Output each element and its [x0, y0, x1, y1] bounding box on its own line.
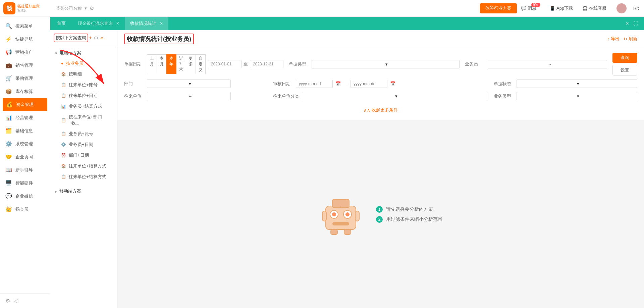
- sidebar-item-purchase[interactable]: 🛒 采购管理: [0, 72, 50, 85]
- sidebar-item-basic[interactable]: 🗂️ 基础信息: [0, 124, 50, 137]
- review-date-from[interactable]: [296, 80, 333, 88]
- voucher-type-arrow: ▾: [385, 62, 456, 67]
- salesperson-dropdown[interactable]: ···: [488, 60, 607, 68]
- tree-item-counterpart-settle1[interactable]: 🏠 往来单位+结算方式: [50, 161, 117, 171]
- tree-item-by-counterpart-dept[interactable]: 📋 按往来单位+部门+收...: [50, 112, 117, 129]
- dropdown-icon[interactable]: ▾: [85, 6, 87, 11]
- left-panel: 按以下方案查询 + ⚙ « ▾ 电脑端方案 ● 按业务员: [50, 30, 117, 308]
- sidebar-item-sales[interactable]: 💼 销售管理: [0, 59, 50, 72]
- business-type-dropdown[interactable]: ▾: [517, 92, 637, 100]
- search-area: 单据日期 上月 本月 本年 近7天 更多 自定义 至: [117, 48, 644, 121]
- tree-item-counterpart-date[interactable]: 📋 往来单位+日期: [50, 90, 117, 101]
- date-tab-more[interactable]: 更多: [186, 54, 196, 74]
- tree-item-salesperson-date[interactable]: ⚙️ 业务员+日期: [50, 139, 117, 150]
- tree-item-salesperson-account[interactable]: 📋 业务员+账号: [50, 129, 117, 139]
- panel-title: 按以下方案查询: [56, 35, 86, 40]
- tree-item-counterpart-account[interactable]: 📋 往来单位+账号: [50, 80, 117, 90]
- date-range: 至: [208, 60, 283, 68]
- avatar[interactable]: [616, 3, 627, 13]
- collapse-button[interactable]: ∧∧ 收起更多条件: [124, 104, 637, 116]
- date-from-input[interactable]: [208, 60, 241, 68]
- query-button[interactable]: 查询: [612, 53, 637, 63]
- settings-footer-icon[interactable]: ⚙: [5, 298, 10, 304]
- tip-item-2: 2 用过滤条件来缩小分析范围: [376, 216, 442, 223]
- sidebar-item-enterprise[interactable]: 🤝 企业协同: [0, 150, 50, 163]
- calendar-from-icon[interactable]: 📅: [335, 81, 341, 86]
- calendar-to-icon[interactable]: 📅: [390, 81, 395, 86]
- sidebar-item-quick-nav[interactable]: ⚡ 快捷导航: [0, 33, 50, 46]
- tab-bank-flow[interactable]: 现金银行流水查询 ✕: [72, 17, 125, 30]
- tab-fullscreen-btn[interactable]: ⛶: [631, 21, 640, 26]
- sidebar-item-guide[interactable]: 📖 新手引导: [0, 163, 50, 176]
- date-to-input[interactable]: [250, 60, 283, 68]
- sidebar-item-finance[interactable]: 💰 资金管理: [3, 98, 47, 111]
- voucher-status-field: 单据状态 ▾: [494, 80, 637, 88]
- date-tab-custom[interactable]: 自定义: [196, 54, 206, 74]
- export-btn[interactable]: ↑ 导出: [607, 36, 620, 42]
- settings-icon[interactable]: ⚙: [90, 5, 94, 11]
- dept-field: 部门 ▾: [124, 80, 268, 88]
- tree-item-by-salesperson[interactable]: ● 按业务员: [50, 58, 117, 69]
- tab-collection-close[interactable]: ✕: [160, 21, 163, 26]
- tree-item-counterpart-settle2[interactable]: 📋 往来单位+结算方式: [50, 171, 117, 182]
- search-row-2: 部门 ▾ 审核日期 📅 —: [124, 80, 637, 88]
- sidebar-item-member[interactable]: 👑 畅会员: [0, 203, 50, 216]
- date-tab-last-month[interactable]: 上月: [147, 54, 157, 74]
- voucher-status-dropdown[interactable]: ▾: [517, 80, 637, 88]
- trial-button[interactable]: 体验行业方案: [480, 3, 517, 13]
- sidebar-item-search-menu[interactable]: 🔍 搜索菜单: [0, 19, 50, 33]
- sidebar-item-smart[interactable]: 🖥️ 智能硬件: [0, 176, 50, 190]
- sidebar-label-basic: 基础信息: [15, 128, 33, 134]
- tree-item-label-salesperson: 按业务员: [66, 60, 84, 66]
- top-header: 某某公司名称 ▾ ⚙ 体验行业方案 💬 消息 99+ 📱 App下载 🎧 在线客…: [50, 0, 644, 17]
- tree-item-label-counterpart-dept: 按往来单位+部门+收...: [69, 114, 112, 126]
- tree-item-salesperson-settle[interactable]: 📊 业务员+结算方式: [50, 101, 117, 112]
- sidebar-item-inventory[interactable]: 📦 库存核算: [0, 85, 50, 98]
- date-tab-this-month[interactable]: 本月: [157, 54, 167, 74]
- sidebar: 畅 畅捷通好生意 标准版 🔍 搜索菜单 ⚡ 快捷导航 📢 营销推广 💼 销: [0, 0, 50, 308]
- salesperson-account-icon: 📋: [61, 132, 66, 136]
- voucher-type-dropdown[interactable]: ▾: [312, 60, 460, 68]
- tab-bank-flow-close[interactable]: ✕: [116, 21, 119, 26]
- logo-icon: 畅: [3, 2, 15, 14]
- review-date-to[interactable]: [351, 80, 387, 88]
- online-service-btn[interactable]: 🎧 在线客服: [582, 5, 606, 11]
- wechat-icon: 💬: [5, 193, 12, 199]
- panel-add-btn[interactable]: +: [89, 35, 92, 41]
- sidebar-item-wechat[interactable]: 💬 企业微信: [0, 190, 50, 203]
- app-download-btn[interactable]: 📱 App下载: [550, 5, 573, 11]
- counterpart-dropdown[interactable]: ···: [147, 92, 231, 100]
- tab-home[interactable]: 首页: [50, 17, 72, 30]
- panel-settings-btn[interactable]: ⚙: [94, 35, 98, 41]
- voucher-status-label: 单据状态: [494, 81, 514, 87]
- desktop-group-header[interactable]: ▾ 电脑端方案: [50, 48, 117, 58]
- set-button[interactable]: 设置: [612, 65, 637, 75]
- sidebar-item-operation[interactable]: 📊 经营管理: [0, 111, 50, 124]
- sidebar-item-system[interactable]: ⚙️ 系统管理: [0, 137, 50, 150]
- dept-dropdown[interactable]: ▾: [147, 80, 231, 88]
- mobile-group-header[interactable]: ▸ 移动端方案: [50, 186, 117, 196]
- date-tab-this-year[interactable]: 本年: [166, 54, 176, 74]
- salesperson-date-icon: ⚙️: [61, 142, 66, 147]
- refresh-btn[interactable]: ↻ 刷新: [624, 36, 637, 42]
- counterpart-category-label: 往来单位分类: [273, 93, 299, 99]
- salesperson-arrow: ···: [547, 62, 604, 67]
- app-download-label: App下载: [556, 5, 573, 11]
- salesperson-settle-icon: 📊: [61, 104, 66, 109]
- tree-item-detail[interactable]: 🏠 按明细: [50, 69, 117, 80]
- messages-btn[interactable]: 💬 消息 99+: [521, 5, 536, 11]
- tree-item-label-counterpart-settle1: 往来单位+结算方式: [69, 163, 106, 169]
- sidebar-label-inventory: 库存核算: [15, 89, 33, 95]
- expand-footer-icon[interactable]: ◁: [14, 298, 18, 304]
- sidebar-item-marketing[interactable]: 📢 营销推广: [0, 46, 50, 59]
- panel-collapse-btn[interactable]: «: [100, 35, 103, 41]
- smart-icon: 🖥️: [5, 180, 12, 186]
- tree-item-label-detail: 按明细: [69, 71, 82, 77]
- voucher-type-field: 单据类型 ▾: [289, 60, 460, 68]
- counterpart-category-dropdown[interactable]: ▾: [302, 92, 488, 100]
- tree-item-dept-date[interactable]: ⏰ 部门+日期: [50, 150, 117, 161]
- tab-collection-stat[interactable]: 收款情况统计 ✕: [125, 17, 168, 30]
- counterpart-label: 往来单位: [124, 93, 144, 99]
- date-tab-7days[interactable]: 近7天: [176, 54, 186, 74]
- tab-close-all-btn[interactable]: ✕: [623, 21, 631, 26]
